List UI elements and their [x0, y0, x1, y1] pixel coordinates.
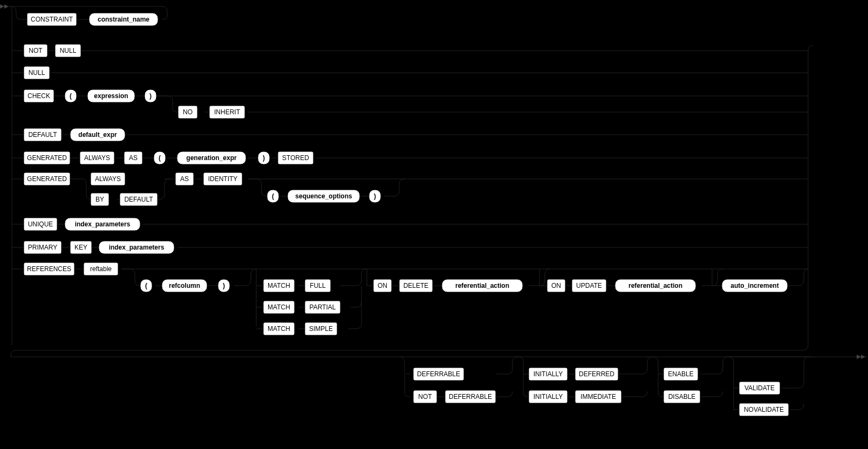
simple-label: SIMPLE [309, 325, 333, 333]
stored-label: STORED [282, 154, 309, 162]
expression-nonterminal: expression [87, 89, 135, 102]
always-label-2: ALWAYS [95, 175, 121, 183]
lparen-gen: ( [154, 151, 166, 164]
delete-label: DELETE [404, 282, 429, 289]
rparen-gen: ) [258, 151, 270, 164]
as-label-2: AS [180, 175, 189, 183]
match-keyword-3: MATCH [263, 322, 295, 335]
generated-label-2: GENERATED [27, 175, 67, 183]
default-expr-nonterminal: default_expr [70, 128, 125, 141]
inherit-keyword: INHERIT [209, 106, 245, 119]
sequence-options-nonterminal: sequence_options [288, 190, 360, 203]
novalidate-label: NOVALIDATE [744, 406, 784, 413]
novalidate-keyword: NOVALIDATE [739, 403, 789, 416]
lparen-seq-label: ( [272, 192, 274, 200]
lparen-ref-label: ( [145, 282, 147, 289]
as-keyword-1: AS [124, 151, 142, 164]
lparen-seq: ( [267, 190, 279, 203]
referential-action-1: referential_action [442, 279, 523, 292]
key-label: KEY [74, 244, 87, 251]
unique-keyword: UNIQUE [24, 218, 57, 231]
default-label: DEFAULT [28, 131, 57, 139]
initially-keyword-2: INITIALLY [529, 390, 568, 403]
inherit-label: INHERIT [214, 108, 241, 116]
full-keyword: FULL [305, 279, 331, 292]
expression-label: expression [94, 92, 128, 100]
railroad-diagram: CONSTRAINT constraint_name NOT NULL NULL… [0, 0, 868, 449]
generation-expr-label: generation_expr [186, 154, 237, 162]
deferrable-keyword-2: DEFERRABLE [445, 390, 496, 403]
ref-action-label-1: referential_action [455, 282, 509, 289]
not-keyword: NOT [24, 44, 47, 57]
delete-keyword: DELETE [399, 279, 433, 292]
generated-keyword-2: GENERATED [24, 172, 70, 185]
match-label-3: MATCH [268, 325, 290, 333]
partial-keyword: PARTIAL [305, 301, 340, 314]
null-label-1: NULL [60, 47, 77, 54]
check-keyword: CHECK [24, 89, 54, 102]
update-keyword: UPDATE [572, 279, 606, 292]
check-label: CHECK [28, 92, 50, 100]
constraint-label: CONSTRAINT [31, 16, 73, 23]
on-keyword-1: ON [373, 279, 392, 292]
null-keyword-1: NULL [55, 44, 81, 57]
match-label-2: MATCH [268, 303, 290, 311]
enable-keyword: ENABLE [664, 368, 698, 381]
immediate-label: IMMEDIATE [580, 393, 616, 400]
on-keyword-2: ON [547, 279, 565, 292]
referential-action-2: referential_action [615, 279, 696, 292]
lparen-check-label: ( [70, 92, 72, 100]
rparen-seq-label: ) [374, 192, 376, 200]
deferrable-label-2: DEFERRABLE [449, 393, 492, 400]
not-keyword-2: NOT [413, 390, 437, 403]
index-parameters-1: index_parameters [65, 218, 140, 231]
validate-label: VALIDATE [744, 384, 775, 392]
match-keyword-1: MATCH [263, 279, 295, 292]
index-parameters-label-1: index_parameters [75, 220, 131, 228]
lparen-check: ( [65, 89, 77, 102]
reftable-label: reftable [90, 265, 112, 273]
default-expr-label: default_expr [78, 131, 117, 139]
rparen-ref: ) [218, 279, 230, 292]
by-keyword: BY [91, 193, 109, 206]
identity-keyword: IDENTITY [203, 172, 242, 185]
initially-label-2: INITIALLY [534, 393, 563, 400]
index-parameters-label-2: index_parameters [109, 244, 165, 251]
always-label-1: ALWAYS [84, 154, 110, 162]
match-keyword-2: MATCH [263, 301, 295, 314]
reftable-terminal: reftable [84, 263, 118, 275]
rparen-gen-label: ) [263, 154, 265, 162]
generated-label-1: GENERATED [27, 154, 67, 162]
deferrable-keyword: DEFERRABLE [413, 368, 464, 381]
always-keyword-1: ALWAYS [80, 151, 114, 164]
on-label-2: ON [551, 282, 561, 289]
no-label: NO [183, 108, 193, 116]
refcolumn-label: refcolumn [169, 282, 200, 289]
validate-keyword: VALIDATE [739, 382, 780, 395]
stored-keyword: STORED [278, 151, 313, 164]
ref-action-label-2: referential_action [628, 282, 682, 289]
partial-label: PARTIAL [310, 303, 336, 311]
lparen-gen-label: ( [159, 154, 161, 162]
constraint-keyword: CONSTRAINT [27, 13, 77, 26]
deferrable-label: DEFERRABLE [417, 370, 460, 378]
primary-label: PRIMARY [28, 244, 57, 251]
enable-label: ENABLE [668, 370, 693, 378]
sequence-options-label: sequence_options [295, 192, 352, 200]
rparen-check: ) [145, 89, 156, 102]
null-keyword-2: NULL [24, 66, 50, 79]
default-label-2: DEFAULT [124, 196, 153, 203]
constraint-name-label: constraint_name [98, 16, 149, 23]
index-parameters-2: index_parameters [99, 241, 174, 254]
simple-keyword: SIMPLE [305, 322, 337, 335]
generation-expr-nonterminal: generation_expr [177, 151, 246, 164]
default-keyword-2: DEFAULT [120, 193, 158, 206]
auto-increment-label: auto_increment [730, 282, 778, 289]
always-keyword-2: ALWAYS [91, 172, 125, 185]
rparen-check-label: ) [149, 92, 152, 100]
on-label-1: ON [378, 282, 387, 289]
not-label-2: NOT [418, 393, 432, 400]
not-label: NOT [29, 47, 43, 54]
lparen-ref: ( [140, 279, 152, 292]
update-label: UPDATE [576, 282, 602, 289]
